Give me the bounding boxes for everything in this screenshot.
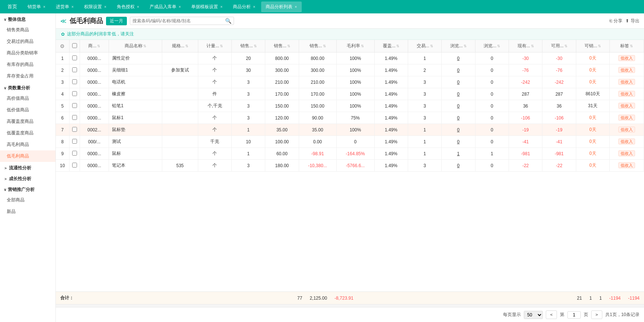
date-filter-button[interactable]: 近一月 bbox=[106, 17, 127, 25]
row-browse1[interactable]: 0 bbox=[442, 112, 475, 124]
row-checkbox[interactable] bbox=[69, 52, 80, 64]
th-checkbox bbox=[69, 40, 80, 52]
nav-purchase-order[interactable]: 进货单 × bbox=[51, 1, 78, 12]
row-name[interactable]: 电话机 bbox=[109, 76, 162, 88]
row-checkbox[interactable] bbox=[69, 148, 80, 160]
row-checkbox[interactable] bbox=[69, 64, 80, 76]
row-browse1[interactable]: 0 bbox=[442, 76, 475, 88]
nav-template-settings[interactable]: 单据模板设置 × bbox=[187, 1, 227, 12]
th-unit[interactable]: 计量...⇅ bbox=[198, 40, 231, 52]
th-available[interactable]: 可用...⇅ bbox=[542, 40, 576, 52]
sidebar-item-high-value[interactable]: 高价值商品 bbox=[0, 93, 55, 104]
sidebar-item-traded-goods[interactable]: 交易过的商品 bbox=[0, 36, 55, 47]
row-checkbox[interactable] bbox=[69, 136, 80, 148]
settings-icon[interactable]: ⚙ bbox=[60, 43, 65, 49]
row-name[interactable]: 笔记本 bbox=[109, 160, 162, 172]
sidebar-group-liquidity[interactable]: ＞ 流通性分析 bbox=[0, 162, 55, 173]
th-current[interactable]: 现有...⇅ bbox=[509, 40, 542, 52]
row-name[interactable]: 鼠标垫 bbox=[109, 124, 162, 136]
row-browse1[interactable]: 0 bbox=[442, 136, 475, 148]
row-name[interactable]: 吴细细1 bbox=[109, 64, 162, 76]
row-current: -106 bbox=[509, 112, 542, 124]
nav-product-entry[interactable]: 产成品入库单 × bbox=[145, 1, 185, 12]
close-sales-order-icon[interactable]: × bbox=[43, 4, 45, 9]
row-sales-profit: 300.00 bbox=[299, 64, 336, 76]
row-browse1[interactable]: 1 bbox=[442, 148, 475, 160]
th-tag[interactable]: 标签⇅ bbox=[609, 40, 644, 52]
row-browse1[interactable]: 0 bbox=[442, 64, 475, 76]
search-input[interactable] bbox=[132, 18, 225, 23]
row-browse1[interactable]: 0 bbox=[442, 52, 475, 64]
row-name[interactable]: 鼠标1 bbox=[109, 112, 162, 124]
collapse-sidebar-icon[interactable]: ≪ bbox=[60, 17, 67, 25]
search-icon[interactable]: 🔍 bbox=[225, 18, 231, 24]
row-name[interactable]: 鼠标 bbox=[109, 148, 162, 160]
row-checkbox[interactable] bbox=[69, 160, 80, 172]
th-spec[interactable]: 规格...⇅ bbox=[162, 40, 198, 52]
prev-page-button[interactable]: ＜ bbox=[546, 310, 557, 319]
row-name[interactable]: 属性定价 bbox=[109, 52, 162, 64]
th-sales-qty[interactable]: 销售...⇅ bbox=[231, 40, 265, 52]
th-browse1[interactable]: 浏览...⇅ bbox=[442, 40, 475, 52]
select-all-checkbox[interactable] bbox=[72, 43, 77, 48]
th-sales-profit[interactable]: 销售...⇅ bbox=[299, 40, 336, 52]
row-browse1[interactable]: 0 bbox=[442, 100, 475, 112]
row-saleable: 31天 bbox=[576, 100, 609, 112]
sidebar-item-new-goods[interactable]: 新品 bbox=[0, 206, 55, 217]
row-checkbox[interactable] bbox=[69, 124, 80, 136]
close-purchase-order-icon[interactable]: × bbox=[71, 4, 74, 9]
export-button[interactable]: ⬆ 导出 bbox=[625, 18, 640, 24]
sidebar-item-all-goods[interactable]: 全部商品 bbox=[0, 194, 55, 206]
sidebar-item-category-sales[interactable]: 商品分类助销率 bbox=[0, 47, 55, 59]
row-checkbox[interactable] bbox=[69, 88, 80, 100]
row-browse1[interactable]: 0 bbox=[442, 88, 475, 100]
sidebar-item-high-coverage[interactable]: 高覆盖度商品 bbox=[0, 116, 55, 127]
close-template-icon[interactable]: × bbox=[220, 4, 222, 9]
close-role-icon[interactable]: × bbox=[137, 4, 139, 9]
row-unit: 件 bbox=[198, 88, 231, 100]
nav-role-auth[interactable]: 角色授权 × bbox=[112, 1, 144, 12]
sidebar-item-low-coverage[interactable]: 低覆盖度商品 bbox=[0, 127, 55, 139]
total-sales-amount: 2,125.00 bbox=[310, 296, 327, 301]
th-coverage[interactable]: 覆盖...⇅ bbox=[374, 40, 408, 52]
th-sales-amount[interactable]: 销售...⇅ bbox=[265, 40, 299, 52]
row-checkbox[interactable] bbox=[69, 100, 80, 112]
row-sales-qty: 3 bbox=[231, 112, 265, 124]
th-browse2[interactable]: 浏览...⇅ bbox=[475, 40, 509, 52]
th-name[interactable]: 商品名称⇅ bbox=[109, 40, 162, 52]
horizontal-scrollbar[interactable] bbox=[56, 304, 644, 307]
nav-product-analysis[interactable]: 商品分析 × bbox=[228, 1, 260, 12]
th-saleable[interactable]: 可销...⇅ bbox=[576, 40, 609, 52]
next-page-button[interactable]: ＞ bbox=[591, 310, 602, 319]
close-product-entry-icon[interactable]: × bbox=[179, 4, 181, 9]
row-browse1[interactable]: 0 bbox=[442, 124, 475, 136]
nav-permission-settings[interactable]: 权限设置 × bbox=[80, 1, 111, 12]
sidebar-item-low-value[interactable]: 低价值商品 bbox=[0, 104, 55, 116]
close-analysis-list-icon[interactable]: × bbox=[295, 4, 297, 9]
sidebar-item-sales-goods[interactable]: 销售类商品 bbox=[0, 24, 55, 36]
th-code[interactable]: 商...⇅ bbox=[80, 40, 109, 52]
th-transaction[interactable]: 交易...⇅ bbox=[408, 40, 441, 52]
th-gross-margin[interactable]: 毛利率⇅ bbox=[336, 40, 374, 52]
sidebar-item-high-margin[interactable]: 高毛利商品 bbox=[0, 139, 55, 150]
close-analysis-icon[interactable]: × bbox=[253, 4, 255, 9]
table-row: 2 0000... 吴细细1 参加复试 个 30 300.00 300.00 1… bbox=[56, 64, 644, 76]
sidebar-item-low-margin[interactable]: 低毛利商品 bbox=[0, 150, 55, 162]
row-name[interactable]: 橡皮擦 bbox=[109, 88, 162, 100]
share-button[interactable]: ⎗ 分享 bbox=[609, 18, 622, 24]
sidebar-item-capital-usage[interactable]: 库存资金占用 bbox=[0, 70, 55, 82]
page-size-select[interactable]: 50 100 200 bbox=[524, 311, 543, 319]
row-name[interactable]: 铅笔1 bbox=[109, 100, 162, 112]
row-checkbox[interactable] bbox=[69, 112, 80, 124]
current-page-input[interactable] bbox=[567, 311, 581, 319]
nav-sales-order[interactable]: 销货单 × bbox=[23, 1, 50, 12]
sidebar-item-stock-goods[interactable]: 有库存的商品 bbox=[0, 59, 55, 70]
row-browse1[interactable]: 0 bbox=[442, 160, 475, 172]
row-name[interactable]: 测试 bbox=[109, 136, 162, 148]
sidebar-group-growth[interactable]: ＞ 成长性分析 bbox=[0, 173, 55, 184]
row-checkbox[interactable] bbox=[69, 76, 80, 88]
close-permission-icon[interactable]: × bbox=[104, 4, 106, 9]
th-settings[interactable]: ⚙ bbox=[56, 40, 69, 52]
nav-home[interactable]: 首页 bbox=[3, 1, 22, 12]
nav-product-analysis-list[interactable]: 商品分析列表 × bbox=[261, 1, 301, 12]
